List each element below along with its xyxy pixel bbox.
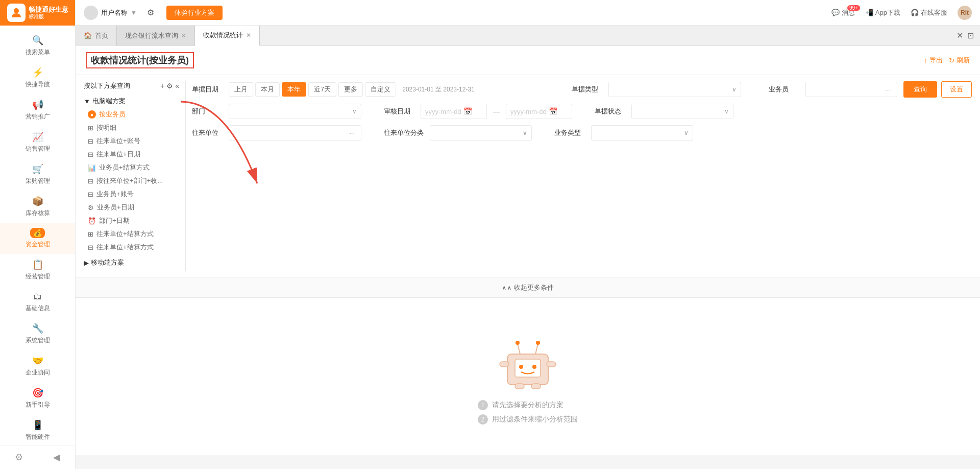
sidebar-item-quicknav[interactable]: ⚡ 快捷导航 xyxy=(0,62,75,94)
svg-rect-10 xyxy=(500,362,509,367)
scheme-item-detail[interactable]: ⊞ 按明细 xyxy=(84,121,179,134)
scheme-item-label: 按业务员 xyxy=(99,110,126,119)
date-buttons: 上月 本月 本年 近7天 更多 自定义 xyxy=(229,82,396,97)
review-date-end[interactable]: yyyy-mm-dd 📅 xyxy=(506,104,572,119)
export-icon: ↑ xyxy=(924,57,928,64)
query-button[interactable]: 查询 xyxy=(903,81,937,98)
scheme-group-mobile-title[interactable]: ▶ 移动端方案 xyxy=(84,256,179,269)
tab-bank-flow-close-icon[interactable]: ✕ xyxy=(181,32,186,39)
collapse-up-icon: ∧∧ xyxy=(502,284,512,292)
review-date-start[interactable]: yyyy-mm-dd 📅 xyxy=(421,104,487,119)
collapse-bar[interactable]: ∧∧ 收起更多条件 xyxy=(76,277,980,297)
tab-close-all-icon[interactable]: ✕ xyxy=(957,31,963,40)
tab-bank-flow-label: 现金银行流水查询 xyxy=(125,31,178,40)
dept-select[interactable]: ∨ xyxy=(229,104,361,119)
empty-step-2: 2 用过滤条件来缩小分析范围 xyxy=(478,414,578,425)
tab-maximize-icon[interactable]: ⊡ xyxy=(967,31,974,40)
app-download-link[interactable]: 📲 App下载 xyxy=(865,8,900,17)
app-download-label: App下载 xyxy=(875,8,900,17)
salesperson-label: 业务员 xyxy=(769,85,799,94)
set-button[interactable]: 设置 xyxy=(941,81,972,98)
scheme-item-label: 往来单位+账号 xyxy=(96,136,140,146)
doc-status-select[interactable]: ∨ xyxy=(631,104,733,119)
scheme-item-salesperson-account[interactable]: ⊟ 业务员+账号 xyxy=(84,187,179,201)
scheme-item-salesperson-payment[interactable]: 📊 业务员+结算方式 xyxy=(84,161,179,174)
topbar-user-avatar[interactable]: Rit xyxy=(958,6,972,20)
sidebar-settings-icon[interactable]: ⚙ xyxy=(15,452,23,463)
sidebar-item-marketing[interactable]: 📢 营销推广 xyxy=(0,94,75,126)
logo-icon xyxy=(7,4,26,22)
filter-row-1: 单据日期 上月 本月 本年 近7天 更多 自定义 2023-01-01 至 20… xyxy=(192,81,972,98)
salesperson-dots[interactable]: ··· xyxy=(883,86,893,93)
topbar: 用户名称 ▼ ⚙ 体验行业方案 💬 消息 99+ 📲 App下载 🎧 在线客服 … xyxy=(76,0,980,26)
app-logo: 畅捷通好生意 标准版 xyxy=(0,0,75,26)
message-count: 99+ xyxy=(847,5,860,11)
svg-rect-11 xyxy=(547,362,556,367)
sidebar-item-guide[interactable]: 🎯 新手引导 xyxy=(0,382,75,414)
user-chevron-icon: ▼ xyxy=(131,9,137,16)
doc-type-select[interactable]: ∨ xyxy=(608,82,741,97)
chevron-down-icon: ∨ xyxy=(352,108,357,115)
counterpart-class-select[interactable]: ∨ xyxy=(430,125,532,140)
scheme-item-counterpart-dept[interactable]: ⊟ 按往来单位+部门+收... xyxy=(84,174,179,187)
sidebar-item-system[interactable]: 🔧 系统管理 xyxy=(0,318,75,350)
sidebar-item-purchase[interactable]: 🛒 采购管理 xyxy=(0,158,75,191)
scheme-item-counterpart-date[interactable]: ⊟ 往来单位+日期 xyxy=(84,148,179,161)
scheme-active-dot: ● xyxy=(88,110,96,119)
scheme-item-dept-date[interactable]: ⏰ 部门+日期 xyxy=(84,214,179,227)
scheme-group-pc: ▼ 电脑端方案 ● 按业务员 ⊞ 按明细 ⊟ 往 xyxy=(84,95,179,254)
date-btn-custom[interactable]: 自定义 xyxy=(365,82,396,97)
tab-bank-flow[interactable]: 现金银行流水查询 ✕ xyxy=(117,26,195,46)
message-badge[interactable]: 💬 消息 99+ xyxy=(831,8,855,17)
scheme-collapse-icon[interactable]: « xyxy=(175,82,179,90)
date-btn-7days[interactable]: 近7天 xyxy=(308,82,336,97)
scheme-icon: ⊟ xyxy=(88,191,93,198)
quicknav-icon: ⚡ xyxy=(32,67,43,78)
scheme-add-icon[interactable]: + xyxy=(160,82,164,90)
basic-icon: 🗂 xyxy=(33,291,42,302)
scheme-item-counterpart-account[interactable]: ⊟ 往来单位+账号 xyxy=(84,134,179,148)
scheme-group-pc-title[interactable]: ▼ 电脑端方案 xyxy=(84,95,179,108)
scheme-panel: 按以下方案查询 + ⚙ « ▼ 电脑端方案 xyxy=(84,81,186,271)
tab-home[interactable]: 🏠 首页 xyxy=(76,26,117,46)
topbar-gear-icon[interactable]: ⚙ xyxy=(147,8,154,17)
app-name: 畅捷通好生意 xyxy=(29,6,68,14)
scheme-settings-icon[interactable]: ⚙ xyxy=(166,82,173,90)
sidebar-item-inventory[interactable]: 📦 库存核算 xyxy=(0,191,75,223)
sidebar-item-hardware[interactable]: 📱 智能硬件 xyxy=(0,414,75,445)
sidebar-collapse-icon[interactable]: ◀ xyxy=(53,452,60,463)
page-header-actions: ↑ 导出 ↻ 刷新 xyxy=(924,56,970,65)
salesperson-select[interactable]: ··· xyxy=(805,82,897,97)
sidebar-item-search[interactable]: 🔍 搜索菜单 xyxy=(0,30,75,62)
scheme-item-counterpart-payment2[interactable]: ⊟ 往来单位+结算方式 xyxy=(84,241,179,254)
chevron-right-icon: ▶ xyxy=(84,259,89,267)
sidebar-item-finance[interactable]: 💰 资金管理 xyxy=(0,223,75,254)
online-service-link[interactable]: 🎧 在线客服 xyxy=(911,8,947,17)
trial-button[interactable]: 体验行业方案 xyxy=(166,6,223,20)
date-btn-this-year[interactable]: 本年 xyxy=(282,82,306,97)
export-button[interactable]: ↑ 导出 xyxy=(924,56,943,65)
scheme-detail-icon: ⊞ xyxy=(88,124,93,132)
user-info[interactable]: 用户名称 ▼ xyxy=(84,6,137,20)
date-btn-this-month[interactable]: 本月 xyxy=(255,82,280,97)
scheme-item-by-salesperson[interactable]: ● 按业务员 xyxy=(84,108,179,121)
sidebar-bottom: ⚙ ◀ xyxy=(0,445,75,469)
date-btn-more[interactable]: 更多 xyxy=(338,82,363,97)
sidebar-item-operation[interactable]: 📋 经营管理 xyxy=(0,254,75,286)
date-btn-last-month[interactable]: 上月 xyxy=(229,82,253,97)
counterpart-dots[interactable]: ··· xyxy=(347,129,357,137)
topbar-right: 💬 消息 99+ 📲 App下载 🎧 在线客服 Rit xyxy=(831,6,972,20)
counterpart-select[interactable]: ··· xyxy=(229,125,361,140)
tab-collection-stat[interactable]: 收款情况统计 ✕ xyxy=(195,26,260,46)
scheme-item-counterpart-payment1[interactable]: ⊞ 往来单位+结算方式 xyxy=(84,227,179,241)
scheme-item-salesperson-date[interactable]: ⚙ 业务员+日期 xyxy=(84,201,179,214)
sidebar-item-basic[interactable]: 🗂 基础信息 xyxy=(0,286,75,318)
biz-type-select[interactable]: ∨ xyxy=(591,125,693,140)
sidebar-item-enterprise[interactable]: 🤝 企业协同 xyxy=(0,350,75,382)
sidebar-item-sales[interactable]: 📈 销售管理 xyxy=(0,126,75,158)
empty-step-1: 1 请先选择要分析的方案 xyxy=(478,400,578,410)
tab-collection-stat-close-icon[interactable]: ✕ xyxy=(246,32,251,39)
refresh-button[interactable]: ↻ 刷新 xyxy=(949,56,970,65)
finance-icon: 💰 xyxy=(30,228,45,238)
empty-steps: 1 请先选择要分析的方案 2 用过滤条件来缩小分析范围 xyxy=(478,400,578,425)
